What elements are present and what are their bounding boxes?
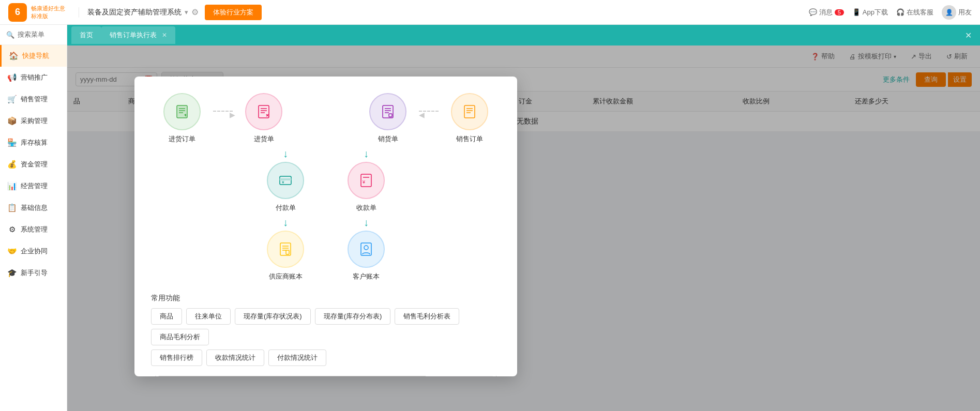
- common-btn-product-margin[interactable]: 商品毛利分析: [151, 329, 209, 345]
- enterprise-icon: 🤝: [7, 247, 17, 256]
- svg-rect-27: [286, 250, 289, 254]
- content-body: ❓ 帮助 🖨 按模板打印 ▾ ↗ 导出 ↺ 刷新: [67, 45, 980, 411]
- quick-nav-modal: 进货订单 ▶: [134, 77, 517, 376]
- common-btn-stock-dist[interactable]: 现存量(库存分布表): [315, 308, 391, 325]
- receipt-label: 收款单: [356, 203, 376, 212]
- divider: [79, 7, 79, 18]
- sales-order-icon: [451, 93, 488, 130]
- newbie-icon: 🎓: [7, 268, 17, 278]
- sidebar-item-quick-nav[interactable]: 🏠 快捷导航: [0, 45, 67, 67]
- payment-icon: ¥: [267, 162, 304, 199]
- scrollbar-thumb: [158, 376, 427, 376]
- purchase-bill-icon: [245, 93, 282, 130]
- quick-nav-icon: 🏠: [9, 51, 18, 60]
- common-btn-sales-rank[interactable]: 销售排行榜: [151, 349, 202, 366]
- operations-icon: 📊: [7, 181, 17, 191]
- flow-item-purchase-bill[interactable]: 进货单: [233, 93, 295, 144]
- sidebar-item-system[interactable]: ⚙ 系统管理: [0, 219, 67, 240]
- common-btn-product[interactable]: 商品: [151, 308, 182, 325]
- purchase-order-icon: [163, 93, 201, 130]
- common-btn-stock-status[interactable]: 现存量(库存状况表): [235, 308, 311, 325]
- flow-row-3: 供应商账本: [151, 231, 501, 281]
- settings-icon[interactable]: ⚙: [191, 7, 199, 17]
- download-icon: 📱: [852, 8, 861, 16]
- search-menu[interactable]: 🔍 搜索菜单: [0, 25, 67, 45]
- top-bar-right: 💬 消息 5 📱 App下载 🎧 在线客服 👤 用友: [809, 5, 972, 20]
- avatar: 👤: [942, 5, 956, 20]
- sidebar-item-basic[interactable]: 📋 基础信息: [0, 197, 67, 219]
- online-service-btn[interactable]: 🎧 在线客服: [896, 8, 933, 17]
- sidebar-item-operations[interactable]: 📊 经营管理: [0, 175, 67, 197]
- receipt-icon: ¥: [348, 162, 385, 199]
- system-title: 装备及固定资产辅助管理系统: [87, 8, 182, 17]
- flow-item-purchase-order[interactable]: 进货订单: [151, 93, 213, 144]
- supplier-account-label: 供应商账本: [269, 272, 303, 281]
- message-btn[interactable]: 💬 消息 5: [809, 8, 844, 17]
- flow-item-payment[interactable]: ¥ 付款单: [254, 162, 316, 212]
- svg-rect-13: [464, 105, 475, 118]
- experience-btn[interactable]: 体验行业方案: [205, 5, 262, 20]
- arrow-purchase-down-icon: ↓: [283, 148, 288, 160]
- common-btn-contacts[interactable]: 往来单位: [186, 308, 231, 325]
- tab-home[interactable]: 首页: [71, 26, 101, 44]
- system-title-area: 装备及固定资产辅助管理系统 ▾ ⚙: [87, 7, 199, 17]
- svg-rect-8: [383, 105, 393, 118]
- common-btn-receipt-stats[interactable]: 收款情况统计: [206, 349, 264, 366]
- customer-account-icon: [348, 231, 385, 268]
- sidebar-item-finance[interactable]: 💰 资金管理: [0, 154, 67, 175]
- sidebar-item-marketing[interactable]: 📢 营销推广: [0, 67, 67, 88]
- flow-row-1: 进货订单 ▶: [151, 93, 501, 144]
- flow-row-arrows: ↓ ↓: [151, 148, 501, 160]
- sales-bill-icon: [369, 93, 406, 130]
- top-bar-left: 6 畅康通好生意 标准版 装备及固定资产辅助管理系统 ▾ ⚙ 体验行业方案: [8, 3, 262, 22]
- common-btn-sales-margin[interactable]: 销售毛利分析表: [395, 308, 459, 325]
- close-all-tabs[interactable]: ✕: [961, 28, 976, 42]
- sidebar: 🔍 搜索菜单 🏠 快捷导航 📢 营销推广 🛒 销售管理 📦 采购管理 🏪: [0, 25, 67, 411]
- modal-scrollbar[interactable]: [158, 376, 494, 376]
- svg-text:¥: ¥: [362, 179, 366, 185]
- search-icon: 🔍: [6, 31, 14, 39]
- logo-text: 畅康通好生意 标准版: [31, 5, 65, 20]
- sidebar-item-sales[interactable]: 🛒 销售管理: [0, 88, 67, 110]
- flow-row-arrows2: ↓ ↓: [151, 217, 501, 229]
- svg-text:¥: ¥: [281, 180, 284, 185]
- logo-icon: 6: [8, 3, 27, 22]
- svg-rect-4: [259, 105, 269, 118]
- scroll-left-icon[interactable]: ◀: [151, 374, 156, 376]
- inventory-icon: 🏪: [7, 138, 17, 147]
- modal-scrollbar-area: ◀ ▶: [151, 374, 501, 376]
- flow-item-customer-account[interactable]: 客户账本: [335, 231, 397, 281]
- message-icon: 💬: [809, 8, 817, 16]
- service-icon: 🎧: [896, 8, 904, 16]
- content-area: 首页 销售订单执行表 ✕ ✕ ❓ 帮助 🖨: [67, 25, 980, 411]
- arrow-receipt-down-icon: ↓: [364, 217, 369, 229]
- app-download-btn[interactable]: 📱 App下载: [852, 8, 888, 17]
- arrow-sales-down-icon: ↓: [364, 148, 369, 160]
- arrow-purchase-order-to-purchase-bill: ▶: [213, 111, 233, 126]
- arrow-sales-order-to-sales-bill: ◀: [419, 111, 439, 126]
- chevron-down-icon[interactable]: ▾: [185, 8, 188, 16]
- purchase-order-label: 进货订单: [169, 134, 195, 144]
- sidebar-item-purchase[interactable]: 📦 采购管理: [0, 110, 67, 132]
- sidebar-item-newbie[interactable]: 🎓 新手引导: [0, 262, 67, 284]
- tab-sales-order-exec[interactable]: 销售订单执行表 ✕: [101, 26, 175, 44]
- common-btn-payment-stats[interactable]: 付款情况统计: [268, 349, 326, 366]
- scroll-right-icon[interactable]: ▶: [496, 374, 501, 376]
- sidebar-item-inventory[interactable]: 🏪 库存核算: [0, 132, 67, 154]
- sales-icon: 🛒: [7, 95, 17, 104]
- arrow-payment-down-icon: ↓: [283, 217, 288, 229]
- user-area[interactable]: 👤 用友: [942, 5, 972, 20]
- flow-item-receipt[interactable]: ¥ 收款单: [335, 162, 397, 212]
- message-badge: 5: [835, 9, 844, 16]
- payment-label: 付款单: [276, 203, 296, 212]
- customer-account-label: 客户账本: [353, 272, 380, 281]
- common-buttons-row-2: 销售排行榜 收款情况统计 付款情况统计: [151, 349, 501, 366]
- flow-item-sales-bill[interactable]: 销货单: [357, 93, 419, 144]
- sidebar-item-enterprise[interactable]: 🤝 企业协同: [0, 240, 67, 262]
- tab-close-icon[interactable]: ✕: [162, 32, 167, 39]
- top-bar: 6 畅康通好生意 标准版 装备及固定资产辅助管理系统 ▾ ⚙ 体验行业方案 💬 …: [0, 0, 980, 25]
- common-functions-section: 常用功能 商品 往来单位 现存量(库存状况表) 现存量(库存分布表) 销售毛利分…: [151, 294, 501, 366]
- flow-item-sales-order[interactable]: 销售订单: [439, 93, 501, 144]
- marketing-icon: 📢: [7, 73, 17, 82]
- flow-item-supplier-account[interactable]: 供应商账本: [254, 231, 316, 281]
